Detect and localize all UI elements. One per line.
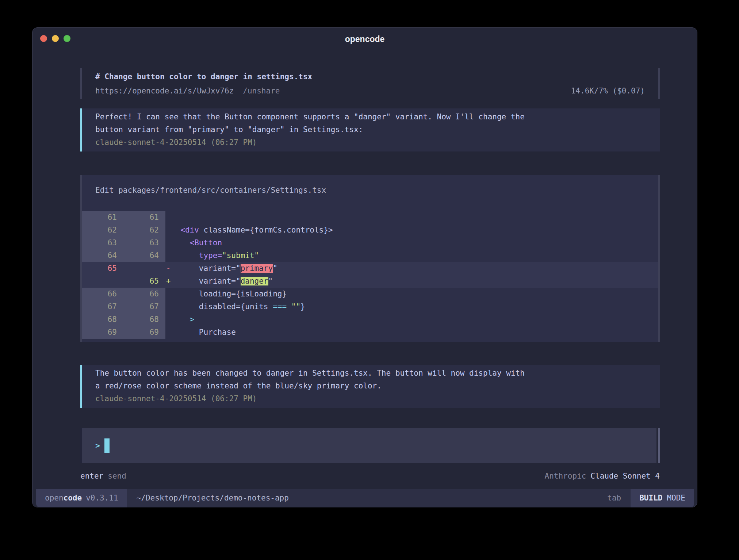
session-subline: https://opencode.ai/s/UwJxv76z /unshare … — [95, 84, 645, 98]
diff-view: 61616262 <div className={formCs.controls… — [82, 211, 658, 339]
hint-row: entersend AnthropicClaude Sonnet 4 — [80, 470, 660, 482]
mode-badge[interactable]: BUILDMODE — [631, 489, 694, 507]
assistant-message: The button color has been changed to dan… — [80, 365, 660, 408]
send-hint: entersend — [80, 470, 126, 482]
status-bar-left: opencodev0.3.11 ~/Desktop/Projects/demo-… — [36, 489, 289, 507]
status-bar: opencodev0.3.11 ~/Desktop/Projects/demo-… — [36, 489, 694, 507]
send-hint-key: enter — [80, 472, 103, 480]
model-name: Claude Sonnet 4 — [590, 472, 660, 480]
window-titlebar: opencode — [32, 28, 697, 49]
assistant-message-text: Perfect! I can see that the Button compo… — [95, 111, 652, 136]
working-directory: ~/Desktop/Projects/demo-notes-app — [137, 489, 289, 507]
provider-name: Anthropic — [545, 472, 586, 480]
model-timestamp: claude-sonnet-4-20250514 (06:27 PM) — [95, 136, 652, 149]
mode-name: BUILD — [639, 494, 662, 502]
tab-key-hint[interactable]: tab — [607, 489, 621, 507]
model-indicator[interactable]: AnthropicClaude Sonnet 4 — [545, 470, 660, 482]
opencode-window: opencode # Change button color to danger… — [32, 27, 697, 507]
diff-row: 6464 type="submit" — [82, 249, 658, 262]
diff-row: 6363 <Button — [82, 237, 658, 249]
send-hint-label: send — [108, 472, 126, 480]
diff-row: 6868 > — [82, 313, 658, 326]
prompt-input[interactable]: > — [80, 428, 656, 463]
diff-row: 6666 loading={isLoading} — [82, 288, 658, 300]
prompt-symbol: > — [95, 441, 100, 450]
assistant-message: Perfect! I can see that the Button compo… — [80, 108, 660, 151]
window-title: opencode — [32, 28, 697, 49]
diff-row: 6767 disabled={units === ""} — [82, 300, 658, 313]
app-version-badge: opencodev0.3.11 — [36, 489, 127, 507]
diff-row: 6969 Purchase — [82, 326, 658, 339]
desktop-background: { "window": { "title": "opencode" }, "se… — [0, 0, 739, 560]
share-url[interactable]: https://opencode.ai/s/UwJxv76z — [95, 84, 234, 98]
app-name-open: open — [45, 494, 64, 502]
mode-label: MODE — [667, 494, 685, 502]
text-cursor — [104, 438, 110, 453]
diff-row: 65- variant="primary" — [82, 262, 658, 275]
prompt-scrollbar[interactable] — [658, 428, 660, 463]
edit-tool-card: Edit packages/frontend/src/containers/Se… — [80, 175, 660, 342]
session-header: # Change button color to danger in setti… — [80, 68, 660, 99]
app-name-code: code — [64, 494, 82, 502]
status-bar-right: tab BUILDMODE — [607, 489, 694, 507]
assistant-message-text: The button color has been changed to dan… — [95, 367, 652, 392]
model-timestamp: claude-sonnet-4-20250514 (06:27 PM) — [95, 392, 652, 405]
unshare-command[interactable]: /unshare — [243, 84, 280, 98]
token-usage-stats: 14.6K/7% ($0.07) — [571, 84, 645, 98]
diff-row: 6161 — [82, 211, 658, 224]
diff-row: 6262 <div className={formCs.controls}> — [82, 224, 658, 237]
app-version: v0.3.11 — [86, 494, 118, 502]
edit-file-path: Edit packages/frontend/src/containers/Se… — [82, 183, 658, 197]
session-title: # Change button color to danger in setti… — [95, 69, 645, 84]
diff-row: 65+ variant="danger" — [82, 275, 658, 288]
